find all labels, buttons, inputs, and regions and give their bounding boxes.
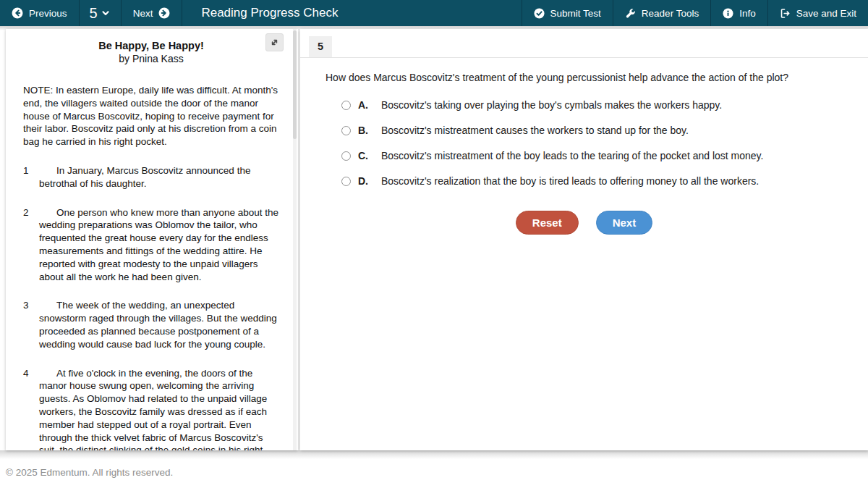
passage-paragraph: 1 In January, Marcus Boscovitz announced… (23, 164, 279, 190)
arrow-right-circle-icon (158, 7, 170, 19)
option-text: Boscovitz's mistreatment of the boy lead… (381, 150, 763, 161)
reset-button[interactable]: Reset (516, 211, 579, 235)
option-text: Boscovitz's realization that the boy is … (381, 175, 759, 187)
passage-scrollbar-thumb[interactable] (293, 30, 297, 139)
check-circle-icon (534, 8, 545, 19)
question-actions: Reset Next (300, 211, 868, 235)
paragraph-text: In January, Marcus Boscovitz announced t… (39, 164, 279, 190)
answer-option-c[interactable]: C. Boscovitz's mistreatment of the boy l… (341, 150, 868, 161)
question-tab-row: 5 (300, 29, 868, 58)
answer-option-b[interactable]: B. Boscovitz's mistreatment causes the w… (341, 125, 868, 136)
topbar-spacer (357, 0, 521, 26)
paragraph-text: At five o'clock in the evening, the door… (39, 367, 279, 450)
radio-button-a[interactable] (341, 101, 351, 110)
paragraph-text: The week of the wedding, an unexpected s… (39, 299, 279, 350)
passage-paragraph: 4 At five o'clock in the evening, the do… (23, 367, 279, 450)
footer: © 2025 Edmentum. All rights reserved. (0, 459, 868, 488)
radio-button-d[interactable] (341, 177, 351, 186)
top-navigation-bar: Previous 5 Next Reading Progress Check (0, 0, 868, 26)
option-letter: D. (358, 175, 381, 187)
option-text: Boscovitz's taking over playing the boy'… (381, 99, 722, 111)
chevron-down-icon (101, 8, 111, 18)
save-and-exit-button[interactable]: Save and Exit (768, 0, 868, 26)
answer-option-a[interactable]: A. Boscovitz's taking over playing the b… (341, 99, 868, 111)
info-label: Info (739, 8, 756, 19)
answer-option-d[interactable]: D. Boscovitz's realization that the boy … (341, 175, 868, 187)
submit-test-button[interactable]: Submit Test (522, 0, 613, 26)
question-panel: 5 How does Marcus Boscovitz's treatment … (300, 29, 868, 450)
paragraph-number: 2 (23, 206, 39, 284)
question-number-value: 5 (90, 5, 98, 22)
save-and-exit-label: Save and Exit (796, 8, 856, 19)
question-prompt: How does Marcus Boscovitz's treatment of… (300, 58, 868, 83)
passage-paragraph: 3 The week of the wedding, an unexpected… (23, 299, 279, 350)
answer-options: A. Boscovitz's taking over playing the b… (300, 83, 868, 187)
next-label: Next (133, 8, 153, 19)
option-letter: A. (358, 99, 381, 111)
page-title: Reading Progress Check (182, 0, 357, 26)
question-number-tab[interactable]: 5 (309, 36, 332, 57)
arrow-left-circle-icon (12, 7, 23, 19)
paragraph-number: 4 (23, 367, 39, 450)
reader-tools-label: Reader Tools (642, 8, 699, 19)
previous-label: Previous (29, 8, 67, 19)
copyright-text: © 2025 Edmentum. All rights reserved. (6, 467, 173, 478)
paragraph-text: One person who knew more than anyone abo… (39, 206, 279, 284)
previous-button[interactable]: Previous (0, 0, 79, 26)
radio-button-b[interactable] (341, 126, 351, 135)
info-button[interactable]: Info (711, 0, 767, 26)
question-number-dropdown[interactable]: 5 (80, 0, 121, 26)
sign-out-icon (780, 8, 791, 19)
passage-paragraph: 2 One person who knew more than anyone a… (23, 206, 279, 284)
reader-tools-button[interactable]: Reader Tools (613, 0, 710, 26)
paragraph-number: 3 (23, 299, 39, 350)
footer-shadow (0, 450, 868, 459)
passage-panel: Be Happy, Be Happy! by Pnina Kass NOTE: … (6, 29, 298, 450)
expand-passage-button[interactable] (265, 33, 284, 51)
option-letter: C. (358, 150, 381, 161)
next-button[interactable]: Next (122, 0, 182, 26)
wrench-icon (625, 8, 636, 19)
passage-note: NOTE: In eastern Europe, daily life was … (23, 84, 279, 148)
passage-content: Be Happy, Be Happy! by Pnina Kass NOTE: … (6, 29, 298, 450)
radio-button-c[interactable] (341, 151, 351, 161)
expand-icon (269, 37, 280, 48)
option-letter: B. (358, 125, 381, 136)
question-next-button[interactable]: Next (596, 211, 653, 235)
submit-test-label: Submit Test (550, 8, 601, 19)
passage-byline: by Pnina Kass (23, 52, 279, 65)
passage-title: Be Happy, Be Happy! (23, 39, 279, 52)
option-text: Boscovitz's mistreatment causes the work… (381, 125, 689, 136)
paragraph-number: 1 (23, 164, 39, 190)
info-circle-icon (723, 8, 733, 19)
